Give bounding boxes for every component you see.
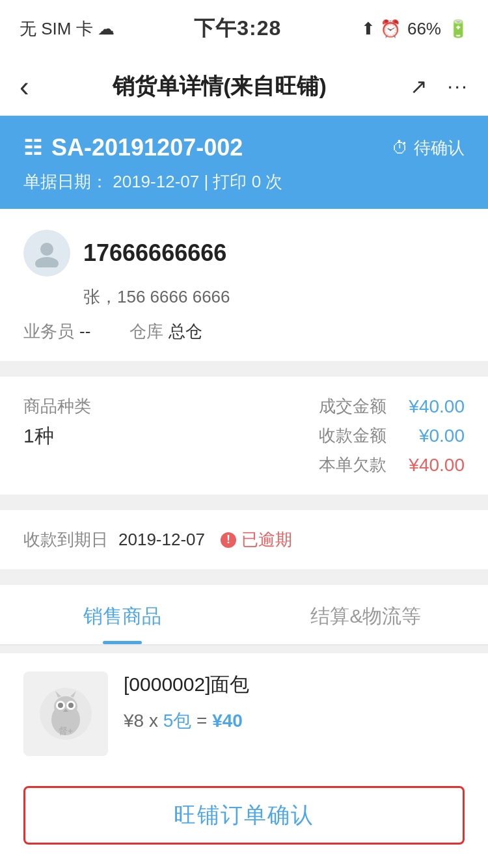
collected-amount-value: ¥0.00 (400, 426, 465, 446)
amount-row-debt: 本单欠款 ¥40.00 (319, 454, 465, 476)
divider-3 (0, 577, 488, 585)
due-date-label: 收款到期日 (23, 528, 108, 551)
confirm-order-button[interactable]: 旺铺订单确认 (23, 786, 465, 845)
order-date: 单据日期： 2019-12-07 | 打印 0 次 (23, 170, 465, 193)
overdue-text: 已逾期 (241, 528, 292, 551)
debt-amount-label: 本单欠款 (319, 454, 386, 476)
sales-rep-value: -- (79, 321, 90, 342)
battery-label: 66% (407, 19, 441, 39)
product-types: 商品种类 1种 (23, 395, 91, 450)
product-info: [0000002]面包 ¥8 x 5包 = ¥40 (124, 671, 465, 733)
status-left: 无 SIM 卡 ☁ (20, 18, 115, 40)
avatar (23, 230, 70, 277)
amounts: 成交金额 ¥40.00 收款金额 ¥0.00 本单欠款 ¥40.00 (319, 395, 465, 476)
deal-amount-label: 成交金额 (319, 395, 386, 418)
divider-2 (0, 502, 488, 510)
share-button[interactable]: ↗ (410, 74, 427, 99)
order-status: ⏱ 待确认 (392, 137, 465, 159)
deal-amount-value: ¥40.00 (400, 396, 465, 417)
status-bar: 无 SIM 卡 ☁ 下午3:28 ⬆ ⏰ 66% 🔋 (0, 0, 488, 57)
product-total: ¥40 (212, 711, 243, 731)
divider-1 (0, 369, 488, 377)
overdue-dot-icon: ! (221, 532, 236, 548)
more-button[interactable]: ··· (447, 74, 468, 98)
page-title: 销货单详情(来自旺铺) (113, 72, 327, 102)
svg-point-0 (40, 243, 53, 256)
customer-name: 张，156 6666 6666 (23, 286, 465, 308)
bottom-button-area: 旺铺订单确认 (0, 774, 488, 868)
product-name: [0000002]面包 (124, 671, 465, 698)
svg-point-8 (68, 703, 74, 708)
tab-settlement[interactable]: 结算&物流等 (244, 585, 488, 644)
overdue-badge: ! 已逾期 (221, 528, 292, 551)
tabs-container: 销售商品 结算&物流等 (0, 585, 488, 645)
due-date-value: 2019-12-07 (118, 530, 205, 550)
order-icon: ☷ (23, 135, 42, 160)
product-thumbnail: 督+ (23, 671, 108, 756)
nav-bar: ‹ 销货单详情(来自旺铺) ↗ ··· (0, 57, 488, 116)
nav-icons: ↗ ··· (410, 74, 468, 99)
warehouse-label: 仓库 (129, 320, 163, 343)
product-card: 督+ [0000002]面包 ¥8 x 5包 = ¥40 (0, 653, 488, 774)
product-types-label: 商品种类 (23, 395, 91, 418)
status-icons: ⬆ ⏰ (361, 19, 401, 39)
warehouse-value: 总仓 (169, 320, 202, 343)
order-id: ☷ SA-20191207-002 (23, 134, 243, 161)
status-time: 下午3:28 (194, 14, 281, 43)
customer-phone: 17666666666 (83, 239, 226, 267)
customer-card: 17666666666 张，156 6666 6666 业务员 -- 仓库 总仓 (0, 209, 488, 361)
back-button[interactable]: ‹ (20, 70, 29, 103)
sim-label: 无 SIM 卡 ☁ (20, 18, 115, 40)
product-types-value: 1种 (23, 423, 91, 450)
amount-card: 商品种类 1种 成交金额 ¥40.00 收款金额 ¥0.00 本单欠款 ¥40.… (0, 377, 488, 495)
product-price-formula: ¥8 x 5包 = ¥40 (124, 709, 465, 733)
status-clock-icon: ⏱ (392, 138, 409, 158)
sales-rep-label: 业务员 (23, 320, 74, 343)
product-price: ¥8 x (124, 711, 163, 731)
battery-icon: 🔋 (448, 19, 468, 39)
customer-meta: 业务员 -- 仓库 总仓 (23, 320, 465, 343)
debt-amount-value: ¥40.00 (400, 455, 465, 476)
order-header: ☷ SA-20191207-002 ⏱ 待确认 单据日期： 2019-12-07… (0, 116, 488, 209)
due-date-card: 收款到期日 2019-12-07 ! 已逾期 (0, 510, 488, 569)
svg-point-7 (58, 703, 63, 708)
status-right: ⬆ ⏰ 66% 🔋 (361, 19, 468, 39)
product-qty: 5包 (163, 711, 192, 731)
product-equals: = (197, 711, 212, 731)
svg-text:督+: 督+ (59, 726, 73, 736)
amount-row-collected: 收款金额 ¥0.00 (319, 424, 465, 447)
tab-sales-products[interactable]: 销售商品 (0, 585, 244, 644)
collected-amount-label: 收款金额 (319, 424, 386, 447)
amount-row-deal: 成交金额 ¥40.00 (319, 395, 465, 418)
svg-point-1 (35, 257, 59, 267)
